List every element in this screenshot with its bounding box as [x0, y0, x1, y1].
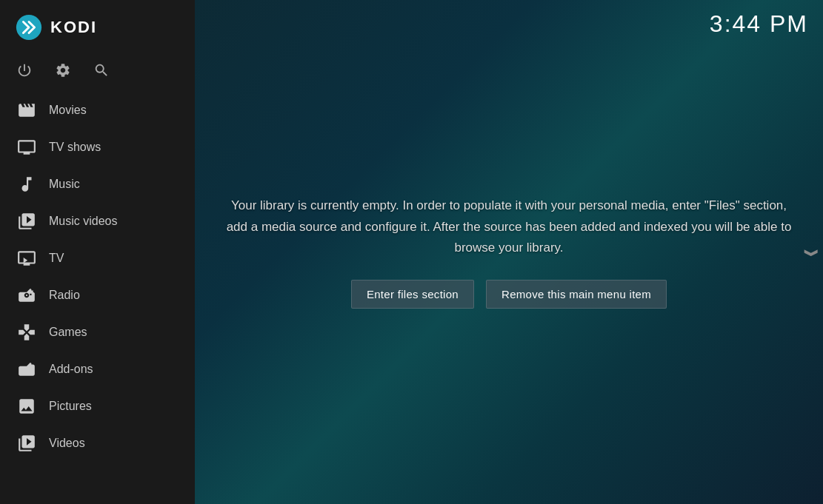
sidebar-item-movies[interactable]: Movies — [0, 92, 195, 129]
sidebar-nav: Movies TV shows Music — [0, 92, 195, 504]
kodi-logo-icon — [15, 13, 43, 41]
sidebar-item-pictures[interactable]: Pictures — [0, 388, 195, 425]
tv-shows-label: TV shows — [49, 141, 101, 154]
kodi-wordmark: KODI — [50, 18, 97, 37]
games-label: Games — [49, 326, 87, 339]
music-videos-label: Music videos — [49, 215, 117, 228]
add-ons-label: Add-ons — [49, 363, 93, 376]
scroll-indicator: ❱ — [804, 246, 820, 258]
sidebar-item-tv-shows[interactable]: TV shows — [0, 129, 195, 166]
scroll-arrow-icon: ❱ — [804, 246, 820, 258]
sidebar-item-radio[interactable]: Radio — [0, 277, 195, 314]
pictures-icon — [16, 396, 37, 417]
sidebar-header: KODI — [0, 0, 195, 55]
music-icon — [16, 174, 37, 195]
movies-label: Movies — [49, 104, 87, 117]
sidebar-item-videos[interactable]: Videos — [0, 425, 195, 462]
games-icon — [16, 322, 37, 343]
settings-button[interactable] — [55, 62, 71, 78]
add-ons-icon — [16, 359, 37, 380]
main-content: 3:44 PM Your library is currently empty.… — [195, 0, 823, 504]
sidebar: KODI Movies — [0, 0, 195, 504]
sidebar-item-tv[interactable]: TV — [0, 240, 195, 277]
music-label: Music — [49, 178, 80, 191]
library-message: Your library is currently empty. In orde… — [224, 195, 793, 260]
radio-label: Radio — [49, 289, 80, 302]
clock: 3:44 PM — [710, 10, 808, 38]
tv-shows-icon — [16, 137, 37, 158]
sidebar-item-add-ons[interactable]: Add-ons — [0, 351, 195, 388]
search-button[interactable] — [93, 62, 110, 78]
sidebar-item-music-videos[interactable]: Music videos — [0, 203, 195, 240]
content-area: Your library is currently empty. In orde… — [195, 0, 823, 504]
videos-label: Videos — [49, 437, 85, 450]
videos-icon — [16, 433, 37, 454]
remove-menu-item-button[interactable]: Remove this main menu item — [486, 280, 667, 309]
sidebar-item-music[interactable]: Music — [0, 166, 195, 203]
music-videos-icon — [16, 211, 37, 232]
tv-label: TV — [49, 252, 64, 265]
tv-icon — [16, 248, 37, 269]
radio-icon — [16, 285, 37, 306]
sidebar-icon-buttons — [0, 55, 195, 92]
movies-icon — [16, 100, 37, 121]
enter-files-button[interactable]: Enter files section — [351, 280, 474, 309]
power-button[interactable] — [16, 62, 33, 78]
action-buttons: Enter files section Remove this main men… — [351, 280, 667, 309]
sidebar-item-games[interactable]: Games — [0, 314, 195, 351]
pictures-label: Pictures — [49, 400, 92, 413]
